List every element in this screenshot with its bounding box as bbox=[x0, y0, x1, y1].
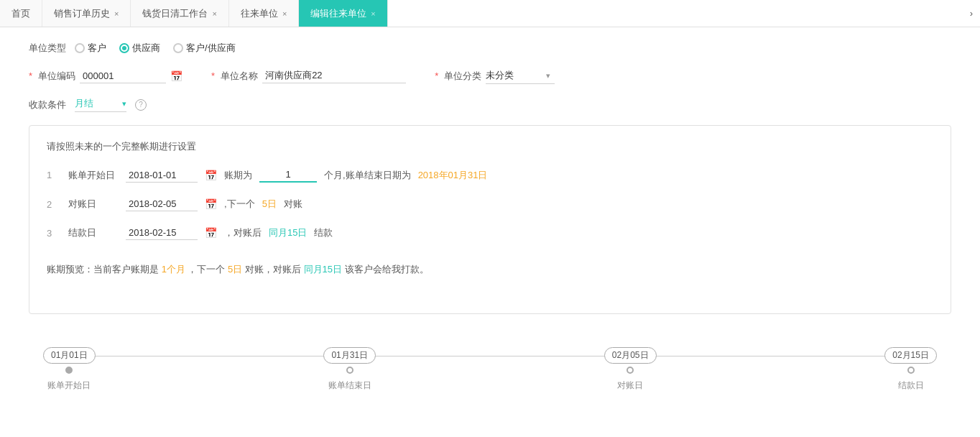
timeline: 01月01日 账单开始日 01月31日 账单结束日 02月05日 对账日 02月… bbox=[29, 326, 951, 428]
unit-name-label: 单位名称 bbox=[221, 70, 258, 83]
row-1-label: 账单开始日 bbox=[68, 169, 119, 182]
unit-category-arrow-icon: ▾ bbox=[546, 71, 550, 80]
row-2-suffix: 对账 bbox=[284, 198, 302, 211]
unit-type-row: 单位类型 客户 供应商 客户/供应商 bbox=[29, 42, 951, 55]
radio-customer-label: 客户 bbox=[88, 42, 106, 55]
row-2-label: 对账日 bbox=[68, 198, 119, 211]
period-input[interactable] bbox=[259, 167, 317, 183]
payment-date-calendar-icon[interactable]: 📅 bbox=[205, 227, 217, 239]
timeline-date-3: 02月05日 bbox=[604, 347, 657, 364]
tab-edit-partner[interactable]: 编辑往来单位 × bbox=[299, 0, 387, 27]
preview-reconcile-day: 5日 bbox=[228, 264, 242, 275]
payment-terms-dropdown[interactable]: 月结 ▾ bbox=[75, 97, 126, 112]
row-2-day-highlight: 5日 bbox=[262, 198, 277, 211]
unit-category-value: 未分类 bbox=[486, 69, 543, 82]
preview-period: 1个月 bbox=[162, 264, 185, 275]
row-1-number: 1 bbox=[47, 170, 61, 180]
row-2-number: 2 bbox=[47, 199, 61, 210]
preview-prefix: 账期预览：当前客户账期是 bbox=[47, 264, 159, 275]
unit-category-label: 单位分类 bbox=[444, 70, 481, 83]
radio-supplier[interactable]: 供应商 bbox=[119, 42, 160, 55]
tab-bar: 首页 销售订单历史 × 钱货日清工作台 × 往来单位 × 编辑往来单位 × › bbox=[0, 0, 980, 27]
timeline-date-1: 01月01日 bbox=[43, 347, 96, 364]
start-date-input[interactable] bbox=[126, 168, 198, 183]
tab-sales-order[interactable]: 销售订单历史 × bbox=[42, 0, 131, 27]
row-3-day-highlight: 同月15日 bbox=[269, 226, 307, 239]
unit-code-group: * 单位编码 📅 bbox=[29, 69, 182, 83]
unit-name-group: * 单位名称 bbox=[211, 69, 406, 83]
close-sales-order-tab[interactable]: × bbox=[114, 9, 119, 18]
timeline-dot-1 bbox=[65, 367, 73, 374]
timeline-point-2: 01月31日 账单结束日 bbox=[323, 347, 376, 392]
radio-both-label: 客户/供应商 bbox=[186, 42, 236, 55]
row-1-suffix-after: 个月,账单结束日期为 bbox=[324, 169, 411, 182]
unit-code-calendar-icon[interactable]: 📅 bbox=[170, 70, 182, 82]
reconcile-date-calendar-icon[interactable]: 📅 bbox=[205, 198, 217, 210]
settings-row-3: 3 结款日 📅 ，对账后 同月15日 结款 bbox=[47, 226, 933, 240]
tab-more-button[interactable]: › bbox=[963, 0, 980, 27]
row-3-label: 结款日 bbox=[68, 226, 119, 239]
unit-category-group: * 单位分类 未分类 ▾ bbox=[435, 68, 555, 84]
timeline-point-3: 02月05日 对账日 bbox=[604, 347, 657, 392]
preview-text: 账期预览：当前客户账期是 1个月 ，下一个 5日 对账，对账后 同月15日 该客… bbox=[47, 263, 933, 276]
preview-reconcile-suffix: 对账，对账后 bbox=[245, 264, 301, 275]
row-1-end-date: 2018年01月31日 bbox=[418, 169, 488, 182]
main-content: 单位类型 客户 供应商 客户/供应商 * 单位编码 📅 * 单位名称 bbox=[0, 27, 980, 437]
unit-code-label: 单位编码 bbox=[38, 70, 75, 83]
timeline-point-4: 02月15日 结款日 bbox=[884, 347, 937, 392]
reconcile-date-input[interactable] bbox=[126, 197, 198, 211]
timeline-dot-3 bbox=[627, 367, 634, 374]
unit-code-star: * bbox=[29, 70, 32, 81]
timeline-label-4: 结款日 bbox=[898, 380, 924, 392]
tab-partner[interactable]: 往来单位 × bbox=[229, 0, 299, 27]
timeline-label-1: 账单开始日 bbox=[47, 380, 91, 392]
settings-row-1: 1 账单开始日 📅 账期为 个月,账单结束日期为 2018年01月31日 bbox=[47, 167, 933, 183]
unit-category-star: * bbox=[435, 70, 438, 81]
timeline-label-2: 账单结束日 bbox=[328, 380, 371, 392]
radio-customer-circle bbox=[75, 43, 85, 53]
close-cash-work-tab[interactable]: × bbox=[212, 9, 216, 18]
preview-middle: ，下一个 bbox=[188, 264, 225, 275]
payment-terms-label: 收款条件 bbox=[29, 98, 66, 111]
preview-suffix: 该客户会给我打款。 bbox=[345, 264, 429, 275]
settings-row-2: 2 对账日 📅 ,下一个 5日 对账 bbox=[47, 197, 933, 211]
unit-category-dropdown[interactable]: 未分类 ▾ bbox=[486, 68, 555, 84]
unit-type-radio-group: 客户 供应商 客户/供应商 bbox=[75, 42, 236, 55]
timeline-points: 01月01日 账单开始日 01月31日 账单结束日 02月05日 对账日 02月… bbox=[43, 347, 937, 392]
close-partner-tab[interactable]: × bbox=[282, 9, 287, 18]
unit-type-label: 单位类型 bbox=[29, 42, 66, 55]
row-1-suffix-before: 账期为 bbox=[224, 169, 252, 182]
radio-supplier-circle bbox=[119, 43, 129, 53]
start-date-calendar-icon[interactable]: 📅 bbox=[205, 170, 217, 181]
payment-terms-row: 收款条件 月结 ▾ ? bbox=[29, 97, 951, 112]
payment-date-input[interactable] bbox=[126, 226, 198, 240]
unit-name-input[interactable] bbox=[262, 69, 406, 83]
timeline-dot-2 bbox=[346, 367, 353, 374]
row-3-suffix: 结款 bbox=[314, 226, 333, 239]
timeline-date-2: 01月31日 bbox=[323, 347, 376, 364]
settings-title: 请按照未来的一个完整帐期进行设置 bbox=[47, 140, 933, 153]
timeline-label-3: 对账日 bbox=[617, 380, 643, 392]
timeline-date-4: 02月15日 bbox=[884, 347, 937, 364]
radio-both[interactable]: 客户/供应商 bbox=[173, 42, 236, 55]
preview-section: 账期预览：当前客户账期是 1个月 ，下一个 5日 对账，对账后 同月15日 该客… bbox=[47, 254, 933, 299]
tab-home[interactable]: 首页 bbox=[0, 0, 42, 27]
close-edit-partner-tab[interactable]: × bbox=[371, 9, 375, 18]
help-icon[interactable]: ? bbox=[135, 99, 147, 111]
settings-box: 请按照未来的一个完整帐期进行设置 1 账单开始日 📅 账期为 个月,账单结束日期… bbox=[29, 125, 951, 314]
timeline-point-1: 01月01日 账单开始日 bbox=[43, 347, 96, 392]
unit-code-input[interactable] bbox=[80, 69, 166, 83]
unit-info-row: * 单位编码 📅 * 单位名称 * 单位分类 未分类 ▾ bbox=[29, 68, 951, 84]
unit-name-star: * bbox=[211, 70, 215, 81]
radio-both-circle bbox=[173, 43, 183, 53]
radio-supplier-label: 供应商 bbox=[132, 42, 160, 55]
preview-payment-day: 同月15日 bbox=[304, 264, 342, 275]
timeline-dot-4 bbox=[907, 367, 915, 374]
payment-terms-arrow-icon: ▾ bbox=[122, 99, 126, 109]
row-2-prefix: ,下一个 bbox=[224, 198, 255, 211]
radio-customer[interactable]: 客户 bbox=[75, 42, 106, 55]
tab-cash-work[interactable]: 钱货日清工作台 × bbox=[131, 0, 228, 27]
payment-terms-value: 月结 bbox=[75, 97, 118, 110]
row-3-number: 3 bbox=[47, 228, 61, 239]
row-3-prefix: ，对账后 bbox=[224, 226, 262, 239]
